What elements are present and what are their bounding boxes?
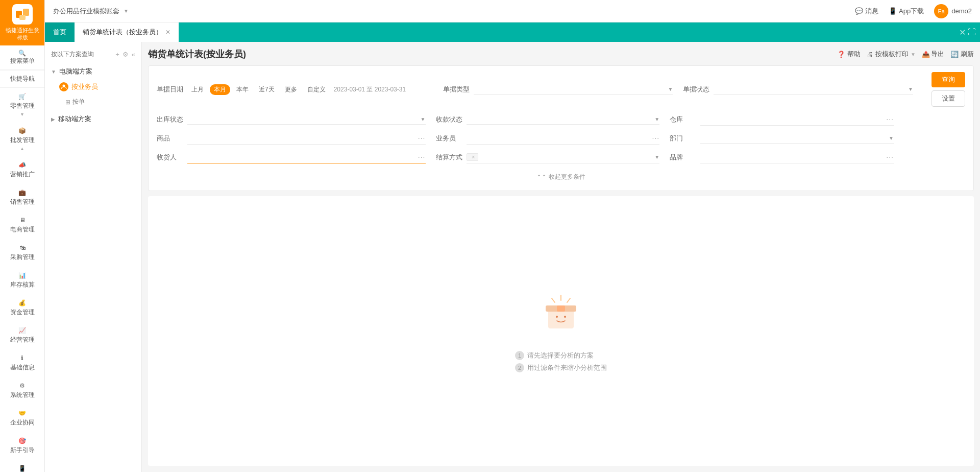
collapse-button[interactable]: ⌃⌃ 收起更多条件: [533, 170, 589, 184]
paymentmethod-arrow-icon: ▼: [654, 154, 659, 160]
retail-icon: 🛒: [18, 93, 26, 100]
stockstatus-label: 出库状态: [157, 115, 183, 124]
date-label: 单据日期: [157, 85, 183, 94]
desktop-scheme-toggle[interactable]: ▼ 电脑端方案: [45, 64, 141, 79]
brand-dropdown[interactable]: ···: [700, 151, 894, 163]
print-icon: 🖨: [867, 51, 873, 58]
refresh-btn[interactable]: 🔄 刷新: [950, 50, 974, 59]
receiver-dropdown[interactable]: ···: [187, 151, 426, 163]
docstatus-dropdown[interactable]: ▼: [714, 84, 913, 95]
filter-row-4: 收货人 ··· 结算方式 × ▼: [157, 151, 965, 163]
paymentmethod-dropdown[interactable]: × ▼: [467, 151, 660, 163]
sidebar-item-retail[interactable]: 🛒 零售管理 ▼: [0, 88, 44, 122]
export-icon: 📤: [922, 51, 930, 58]
workspace-title: 办公用品行业模拟账套: [53, 7, 119, 16]
sidebar-item-cooperation[interactable]: 🤝 企业协同: [0, 405, 44, 432]
sidebar-item-operations[interactable]: 📈 经营管理: [0, 322, 44, 349]
newguide-icon: 🎯: [18, 437, 26, 444]
tab-close-icon[interactable]: ✕: [165, 29, 170, 36]
sidebar-item-marketing[interactable]: 📣 营销推广: [0, 156, 44, 184]
doctype-arrow-icon: ▼: [668, 86, 673, 92]
sidebar-item-system[interactable]: ⚙ 系统管理: [0, 377, 44, 405]
sidebar-item-purchase[interactable]: 🛍 采购管理: [0, 239, 44, 267]
filter-docstatus: 单据状态 ▼: [683, 84, 923, 95]
filter-date: 单据日期 上月 本月 本年 近7天 更多 自定义 2023-03-01 至 20…: [157, 84, 443, 95]
search-menu[interactable]: 🔍 搜索菜单: [0, 45, 44, 70]
date-btn-last7days[interactable]: 近7天: [255, 84, 279, 95]
svg-point-11: [564, 316, 566, 318]
query-button[interactable]: 查询: [932, 72, 965, 87]
warehouse-dropdown[interactable]: ···: [700, 113, 894, 126]
app-download-btn[interactable]: 📱 App下载: [889, 7, 924, 16]
cooperation-icon: 🤝: [18, 410, 26, 417]
filter-warehouse: 仓库 ···: [670, 113, 904, 126]
receiver-label: 收货人: [157, 153, 183, 162]
logo-icon: [12, 4, 33, 25]
date-btn-custom[interactable]: 自定义: [303, 84, 330, 95]
quicknav[interactable]: 快捷导航: [0, 70, 44, 88]
workspace-dropdown-arrow: ▼: [124, 8, 129, 14]
marketing-icon: 📣: [18, 161, 26, 169]
empty-tips: 1 请先选择要分析的方案 2 用过滤条件来缩小分析范围: [515, 351, 607, 372]
tab-sales-stat[interactable]: 销货单统计表（按业务员） ✕: [75, 22, 179, 42]
salesman-scheme-icon: [59, 82, 68, 91]
date-btn-thisyear[interactable]: 本年: [232, 84, 253, 95]
header-actions: 💬 消息 📱 App下载 Ea demo2: [855, 4, 972, 18]
salesperson-label: 业务员: [436, 134, 462, 143]
scheme-item-by-salesman[interactable]: 按业务员: [45, 79, 141, 95]
settings-button[interactable]: 设置: [932, 90, 965, 107]
app-logo[interactable]: 畅捷通好生意 标版: [0, 0, 44, 45]
workspace-selector[interactable]: 办公用品行业模拟账套 ▼: [53, 7, 129, 16]
sidebar-item-sales[interactable]: 💼 销售管理: [0, 184, 44, 211]
print-btn[interactable]: 🖨 按模板打印 ▼: [867, 50, 916, 59]
close-tab-icon[interactable]: ✕: [959, 28, 966, 37]
refresh-icon: 🔄: [950, 51, 959, 58]
sidebar-item-inventory[interactable]: 📊 库存核算: [0, 267, 44, 294]
filter-stockstatus: 出库状态 ▼: [157, 114, 436, 125]
sidebar-item-basicinfo[interactable]: ℹ 基础信息: [0, 349, 44, 377]
sub-item-by-order[interactable]: ⊞ 按单: [45, 95, 141, 109]
maximize-icon[interactable]: ⛶: [968, 28, 976, 37]
page-title: 销货单统计表(按业务员): [148, 48, 246, 60]
sidebar: 畅捷通好生意 标版 🔍 搜索菜单 快捷导航 🛒 零售管理 ▼ 📦 批发管理 ▲ …: [0, 0, 45, 472]
add-scheme-icon[interactable]: +: [115, 51, 119, 58]
app-sub: 标版: [17, 34, 28, 41]
sidebar-item-ecommerce[interactable]: 🖥 电商管理: [0, 211, 44, 239]
date-btn-thismonth[interactable]: 本月: [210, 84, 230, 95]
ecommerce-icon: 🖥: [19, 217, 26, 224]
settings-scheme-icon[interactable]: ⚙: [122, 51, 129, 58]
doctype-dropdown[interactable]: ▼: [474, 84, 673, 95]
tip-num-2: 2: [515, 363, 524, 372]
sidebar-item-wholesale[interactable]: 📦 批发管理 ▲: [0, 122, 44, 156]
sidebar-item-newguide[interactable]: 🎯 新手引导: [0, 432, 44, 460]
paymentstatus-dropdown[interactable]: ▼: [467, 114, 660, 125]
sidebar-item-appcenter[interactable]: 📱 应用中心: [0, 460, 44, 472]
date-btn-more[interactable]: 更多: [281, 84, 301, 95]
finance-icon: 💰: [18, 299, 26, 306]
sidebar-item-finance[interactable]: 💰 资金管理: [0, 294, 44, 322]
product-dropdown[interactable]: ···: [187, 132, 426, 145]
export-btn[interactable]: 📤 导出: [922, 50, 944, 59]
left-panel-header: 按以下方案查询 + ⚙ «: [45, 47, 141, 62]
warehouse-dots-icon: ···: [886, 115, 894, 123]
date-range-display: 2023-03-01 至 2023-03-31: [334, 85, 406, 94]
salesperson-dropdown[interactable]: ···: [467, 132, 660, 145]
department-label: 部门: [670, 134, 696, 143]
operations-icon: 📈: [18, 327, 26, 334]
user-menu[interactable]: Ea demo2: [934, 4, 972, 18]
page-title-bar: 销货单统计表(按业务员) ❓ 帮助 🖨 按模板打印 ▼ 📤 导出: [148, 48, 974, 60]
paymentmethod-tag-close[interactable]: ×: [472, 154, 475, 160]
messages-btn[interactable]: 💬 消息: [855, 7, 878, 16]
tip-num-1: 1: [515, 351, 524, 360]
department-dropdown[interactable]: ▼: [700, 133, 894, 144]
stockstatus-dropdown[interactable]: ▼: [187, 114, 426, 125]
mobile-scheme-toggle[interactable]: ▶ 移动端方案: [45, 111, 141, 127]
desktop-arrow-icon: ▼: [51, 69, 56, 75]
collapse-panel-icon[interactable]: «: [132, 51, 135, 58]
date-btn-lastmonth[interactable]: 上月: [187, 84, 208, 95]
page-actions: ❓ 帮助 🖨 按模板打印 ▼ 📤 导出 🔄 刷新: [837, 50, 974, 59]
app-name: 畅捷通好生意: [6, 27, 39, 34]
filter-row-1: 单据日期 上月 本月 本年 近7天 更多 自定义 2023-03-01 至 20…: [157, 72, 965, 107]
help-btn[interactable]: ❓ 帮助: [837, 50, 861, 59]
tab-home[interactable]: 首页: [45, 22, 75, 42]
